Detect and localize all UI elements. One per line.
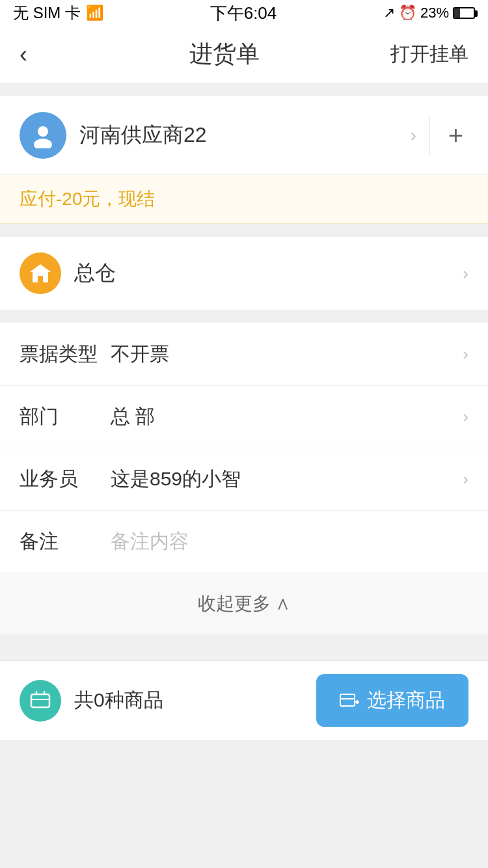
remark-label: 备注: [20, 528, 111, 555]
warehouse-section: 总仓 ›: [0, 237, 488, 310]
cart-icon: [29, 689, 52, 712]
warehouse-name: 总仓: [74, 259, 463, 288]
battery-icon: [453, 7, 475, 19]
select-product-button[interactable]: 选择商品: [316, 674, 468, 727]
invoice-type-chevron-icon: ›: [463, 344, 468, 364]
department-row[interactable]: 部门 总 部 ›: [0, 385, 488, 448]
user-icon: [30, 122, 56, 148]
salesperson-label: 业务员: [20, 466, 111, 493]
svg-rect-7: [340, 694, 355, 706]
supplier-alert: 应付-20元，现结: [0, 175, 488, 224]
salesperson-row[interactable]: 业务员 这是859的小智 ›: [0, 448, 488, 510]
wifi-icon: 📶: [86, 5, 103, 21]
status-right: ↗ ⏰ 23%: [383, 5, 475, 21]
supplier-avatar: [20, 112, 66, 159]
department-value: 总 部: [111, 403, 463, 430]
svg-point-1: [34, 139, 52, 148]
bottom-bar: 共0种商品 选择商品: [0, 660, 488, 740]
location-icon: ↗: [383, 5, 395, 21]
supplier-row[interactable]: 河南供应商22 › +: [0, 96, 488, 175]
alarm-icon: ⏰: [399, 5, 416, 21]
salesperson-chevron-icon: ›: [463, 469, 468, 489]
supplier-name: 河南供应商22: [79, 121, 411, 150]
salesperson-value: 这是859的小智: [111, 466, 463, 493]
status-bar: 无 SIM 卡 📶 下午6:04 ↗ ⏰ 23%: [0, 0, 488, 26]
svg-rect-4: [38, 276, 43, 282]
svg-marker-2: [30, 264, 51, 272]
section-divider-2: [0, 224, 488, 237]
department-chevron-icon: ›: [463, 407, 468, 427]
collapse-row[interactable]: 收起更多 ∧: [0, 573, 488, 634]
select-product-icon: [340, 692, 360, 710]
product-count: 共0种商品: [74, 687, 316, 714]
remark-input[interactable]: 备注内容: [111, 528, 468, 555]
svg-point-0: [38, 126, 48, 137]
product-icon: [20, 680, 61, 722]
remark-row[interactable]: 备注 备注内容: [0, 510, 488, 573]
status-time: 下午6:04: [210, 2, 277, 25]
invoice-type-value: 不开票: [111, 341, 463, 368]
section-divider-3: [0, 310, 488, 323]
sim-label: 无 SIM 卡: [13, 3, 81, 23]
select-product-label: 选择商品: [367, 687, 445, 714]
status-left: 无 SIM 卡 📶: [13, 3, 103, 23]
section-divider-4: [0, 634, 488, 647]
warehouse-icon: [20, 252, 61, 294]
page-title: 进货单: [189, 38, 260, 70]
add-supplier-button[interactable]: +: [429, 116, 468, 155]
warehouse-chevron-icon: ›: [463, 264, 468, 284]
nav-bar: ‹ 进货单 打开挂单: [0, 26, 488, 83]
invoice-type-row[interactable]: 票据类型 不开票 ›: [0, 323, 488, 385]
warehouse-row[interactable]: 总仓 ›: [0, 237, 488, 310]
supplier-section: 河南供应商22 › + 应付-20元，现结: [0, 96, 488, 224]
supplier-chevron-icon: ›: [411, 125, 416, 146]
svg-rect-5: [31, 694, 49, 707]
home-icon: [29, 262, 52, 285]
department-label: 部门: [20, 403, 111, 430]
battery-label: 23%: [420, 5, 449, 21]
invoice-type-label: 票据类型: [20, 341, 111, 368]
form-section: 票据类型 不开票 › 部门 总 部 › 业务员 这是859的小智 › 备注 备注…: [0, 323, 488, 634]
back-button[interactable]: ‹: [20, 41, 59, 68]
collapse-label: 收起更多 ∧: [198, 593, 291, 614]
section-divider-1: [0, 83, 488, 96]
open-pending-button[interactable]: 打开挂单: [390, 41, 468, 68]
